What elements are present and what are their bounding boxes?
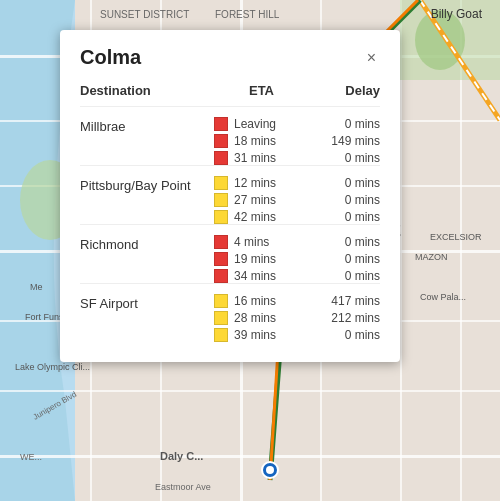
delay-value: 0 mins [345,269,380,283]
yellow-indicator [214,294,228,308]
destination-name: Richmond [80,235,139,252]
svg-point-17 [415,10,465,70]
train-row: Leaving [214,117,299,131]
svg-text:FOREST HILL: FOREST HILL [215,9,280,20]
svg-text:SUNSET DISTRICT: SUNSET DISTRICT [100,9,189,20]
eta-value: 18 mins [234,134,299,148]
table-row: MillbraeLeaving18 mins31 mins0 mins149 m… [80,107,380,166]
train-row: 19 mins [214,252,299,266]
destination-name: Millbrae [80,117,126,134]
train-row: 16 mins [214,294,299,308]
delay-value: 0 mins [345,235,380,249]
svg-text:Eastmoor Ave: Eastmoor Ave [155,482,211,492]
yellow-indicator [214,311,228,325]
eta-value: 12 mins [234,176,299,190]
close-button[interactable]: × [363,48,380,68]
eta-value: 19 mins [234,252,299,266]
train-row: 12 mins [214,176,299,190]
svg-text:EXCELSIOR: EXCELSIOR [430,232,482,242]
train-row: 4 mins [214,235,299,249]
train-row: 31 mins [214,151,299,165]
station-card: Colma × Destination ETA Delay MillbraeLe… [60,30,400,362]
col-eta-header: ETA [194,83,299,107]
delay-value: 0 mins [345,117,380,131]
svg-text:Me: Me [30,282,43,292]
train-row: 42 mins [214,210,299,224]
red-indicator [214,252,228,266]
delay-value: 0 mins [345,193,380,207]
yellow-indicator [214,210,228,224]
eta-value: Leaving [234,117,299,131]
table-row: Pittsburg/Bay Point12 mins27 mins42 mins… [80,166,380,224]
card-header: Colma × [80,46,380,69]
col-delay-header: Delay [299,83,380,107]
train-row: 39 mins [214,328,299,342]
train-row: 34 mins [214,269,299,283]
delay-value: 0 mins [345,252,380,266]
svg-point-31 [266,466,274,474]
delay-value: 0 mins [345,210,380,224]
delay-value: 0 mins [345,176,380,190]
table-row: Richmond4 mins19 mins34 mins0 mins0 mins… [80,225,380,283]
delay-value: 417 mins [331,294,380,308]
svg-rect-8 [0,455,500,458]
delay-value: 0 mins [345,151,380,165]
train-row: 18 mins [214,134,299,148]
eta-value: 27 mins [234,193,299,207]
eta-value: 16 mins [234,294,299,308]
eta-value: 34 mins [234,269,299,283]
yellow-indicator [214,176,228,190]
red-indicator [214,151,228,165]
eta-value: 39 mins [234,328,299,342]
svg-rect-7 [0,390,500,392]
delay-value: 149 mins [331,134,380,148]
eta-value: 31 mins [234,151,299,165]
red-indicator [214,269,228,283]
yellow-indicator [214,193,228,207]
eta-value: 42 mins [234,210,299,224]
svg-text:Cow Pala...: Cow Pala... [420,292,466,302]
svg-text:Lake Olympic Cli...: Lake Olympic Cli... [15,362,90,372]
delay-value: 212 mins [331,311,380,325]
eta-value: 4 mins [234,235,299,249]
red-indicator [214,117,228,131]
table-header-row: Destination ETA Delay [80,83,380,107]
red-indicator [214,235,228,249]
destination-name: Pittsburg/Bay Point [80,176,191,193]
red-indicator [214,134,228,148]
destination-name: SF Airport [80,294,138,311]
svg-text:WE...: WE... [20,452,42,462]
train-row: 27 mins [214,193,299,207]
eta-value: 28 mins [234,311,299,325]
delay-value: 0 mins [345,328,380,342]
svg-text:Daly C...: Daly C... [160,450,203,462]
svg-text:MAZON: MAZON [415,252,448,262]
card-title: Colma [80,46,141,69]
table-row: SF Airport16 mins28 mins39 mins417 mins2… [80,284,380,342]
departures-table: Destination ETA Delay MillbraeLeaving18 … [80,83,380,342]
col-destination-header: Destination [80,83,194,107]
yellow-indicator [214,328,228,342]
train-row: 28 mins [214,311,299,325]
